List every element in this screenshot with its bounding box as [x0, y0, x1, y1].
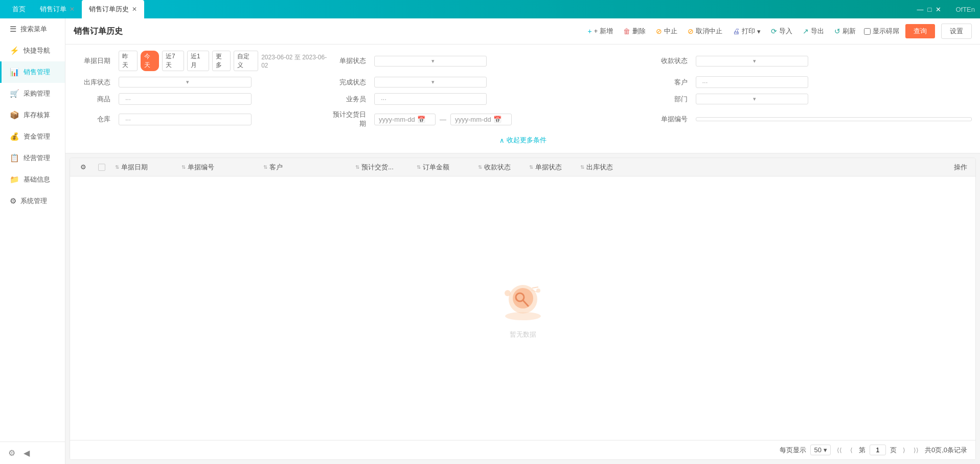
th-date-label: 单据日期 [121, 163, 148, 172]
main-layout: ☰ 搜索菜单 ⚡ 快捷导航 📊 销售管理 🛒 采购管理 📦 库存核算 💰 资金管… [0, 18, 980, 464]
salesperson-dots[interactable]: ··· [379, 95, 389, 103]
warehouse-dots[interactable]: ··· [123, 116, 133, 123]
sidebar-system-mgmt-label: 系统管理 [20, 196, 47, 206]
prev-page-btn[interactable]: ⟨ [848, 446, 855, 455]
order-status-select[interactable]: ▾ [374, 56, 487, 67]
window-close-btn[interactable]: ✕ [936, 6, 941, 13]
th-order-status[interactable]: ⇅ 单据状态 [525, 163, 576, 172]
tab-home[interactable]: + 新增 首页 [5, 0, 33, 18]
sort-customer-icon: ⇅ [263, 164, 267, 170]
new-button[interactable]: + + 新增 [586, 26, 615, 37]
payment-status-label: 收款状态 [651, 56, 692, 65]
refresh-button[interactable]: ↺ 刷新 [832, 26, 858, 37]
settings-button[interactable]: 设置 [941, 24, 972, 39]
export-button[interactable]: ↗ 导出 [801, 26, 826, 37]
print-label: 打印 [742, 27, 755, 36]
wh-status-select[interactable]: ▾ [119, 77, 252, 87]
sidebar-item-system-mgmt[interactable]: ⚙ 系统管理 [0, 190, 65, 212]
sidebar-bottom: ⚙ ◀ [0, 441, 65, 464]
th-date[interactable]: ⇅ 单据日期 [111, 163, 177, 172]
date-custom-btn[interactable]: 自定义 [234, 51, 258, 71]
customer-input[interactable]: ··· [696, 76, 808, 88]
warehouse-input[interactable]: ··· [119, 114, 252, 125]
display-cols-checkbox[interactable] [864, 28, 871, 35]
th-settings[interactable]: ⚙ [74, 163, 93, 171]
minimize-btn[interactable]: — [917, 6, 924, 13]
sidebar-item-search-menu[interactable]: ☰ 搜索菜单 [0, 18, 65, 40]
cancel-stop-button[interactable]: ⊘ 取消中止 [686, 26, 724, 37]
th-delivery[interactable]: ⇅ 预计交货... [351, 163, 413, 172]
tab-sales-order[interactable]: 销售订单 ✕ [33, 0, 82, 18]
calendar-start-icon[interactable]: 📅 [417, 116, 425, 123]
delivery-date-end[interactable]: yyyy-mm-dd 📅 [450, 114, 512, 125]
goods-input[interactable]: ··· [119, 93, 252, 105]
settings-col-icon: ⚙ [80, 163, 86, 171]
tab-sales-history-close[interactable]: ✕ [132, 6, 137, 13]
goods-label: 商品 [74, 95, 115, 104]
th-amount[interactable]: ⇅ 订单金额 [413, 163, 474, 172]
sidebar-settings-icon[interactable]: ⚙ [8, 448, 15, 458]
th-wh-status[interactable]: ⇅ 出库状态 [576, 163, 627, 172]
page-unit: 页 [890, 446, 897, 455]
sidebar-search-menu-label: 搜索菜单 [20, 25, 47, 34]
th-customer[interactable]: ⇅ 客户 [259, 163, 351, 172]
display-cols-toggle[interactable]: 显示碍屌 [864, 27, 899, 36]
sort-status-icon: ⇅ [529, 164, 533, 170]
sidebar-purchase-mgmt-label: 采购管理 [24, 89, 50, 98]
sidebar-operations-label: 经营管理 [24, 153, 50, 163]
date-7days-btn[interactable]: 近7天 [162, 51, 184, 71]
last-page-btn[interactable]: ⟩⟩ [911, 446, 921, 455]
wh-status-section: 出库状态 ▾ [74, 77, 329, 87]
empty-text: 暂无数据 [510, 330, 536, 339]
th-checkbox[interactable] [93, 164, 111, 171]
calendar-end-icon[interactable]: 📅 [493, 116, 502, 123]
import-button[interactable]: ⟳ 导入 [769, 26, 794, 37]
print-button[interactable]: 🖨 打印 ▾ [731, 26, 763, 37]
th-no-label: 单据编号 [188, 163, 214, 172]
query-button[interactable]: 查询 [905, 24, 935, 38]
sidebar-item-sales-mgmt[interactable]: 📊 销售管理 [0, 61, 65, 83]
maximize-btn[interactable]: □ [928, 6, 932, 13]
first-page-btn[interactable]: ⟨⟨ [835, 446, 844, 455]
date-filter-section: 单据日期 昨天 今天 近7天 近1月 更多 自定义 2023-06-02 至 2… [74, 51, 329, 71]
filter-row-3: 商品 ··· 业务员 ··· 部门 [74, 93, 972, 105]
stop-button[interactable]: ⊘ 中止 [654, 26, 679, 37]
collapse-bar[interactable]: ∧ 收起更多条件 [74, 134, 972, 147]
next-page-btn[interactable]: ⟩ [901, 446, 907, 455]
delivery-date-start[interactable]: yyyy-mm-dd 📅 [374, 114, 436, 125]
tab-sales-history[interactable]: 销售订单历史 ✕ [82, 0, 144, 18]
date-more-btn[interactable]: 更多 [212, 51, 231, 71]
wh-status-arrow: ▾ [186, 79, 247, 85]
sidebar-item-basic-info[interactable]: 📁 基础信息 [0, 169, 65, 190]
complete-status-select[interactable]: ▾ [374, 77, 487, 87]
sidebar-collapse-icon[interactable]: ◀ [24, 448, 30, 458]
sidebar-item-inventory[interactable]: 📦 库存核算 [0, 104, 65, 126]
order-status-label: 单据状态 [329, 56, 370, 65]
page-size-select[interactable]: 50 ▾ [810, 445, 830, 455]
date-yesterday-btn[interactable]: 昨天 [119, 51, 138, 71]
page-number-input[interactable] [870, 445, 886, 455]
date-1month-btn[interactable]: 近1月 [187, 51, 209, 71]
select-all-checkbox[interactable] [98, 164, 105, 171]
customer-dots[interactable]: ··· [700, 78, 710, 86]
operations-icon: 📋 [10, 153, 19, 163]
sidebar: ☰ 搜索菜单 ⚡ 快捷导航 📊 销售管理 🛒 采购管理 📦 库存核算 💰 资金管… [0, 18, 65, 464]
sidebar-item-operations[interactable]: 📋 经营管理 [0, 147, 65, 169]
payment-status-select[interactable]: ▾ [696, 56, 808, 67]
th-payment-label: 收款状态 [484, 163, 511, 172]
sidebar-item-purchase-mgmt[interactable]: 🛒 采购管理 [0, 83, 65, 104]
th-payment-status[interactable]: ⇅ 收款状态 [474, 163, 525, 172]
th-no[interactable]: ⇅ 单据编号 [177, 163, 259, 172]
import-label: 导入 [779, 27, 792, 36]
delete-button[interactable]: 🗑 删除 [621, 26, 648, 37]
goods-dots[interactable]: ··· [123, 95, 133, 103]
tab-sales-order-close[interactable]: ✕ [70, 6, 75, 13]
sidebar-item-finance[interactable]: 💰 资金管理 [0, 126, 65, 147]
order-no-input[interactable] [696, 117, 972, 121]
date-today-btn[interactable]: 今天 [141, 51, 159, 71]
sidebar-item-quick-nav[interactable]: ⚡ 快捷导航 [0, 40, 65, 61]
dept-select[interactable]: ▾ [696, 94, 808, 104]
salesperson-input[interactable]: ··· [374, 93, 487, 105]
sort-delivery-icon: ⇅ [355, 164, 359, 170]
display-cols-label: 显示碍屌 [873, 27, 899, 36]
